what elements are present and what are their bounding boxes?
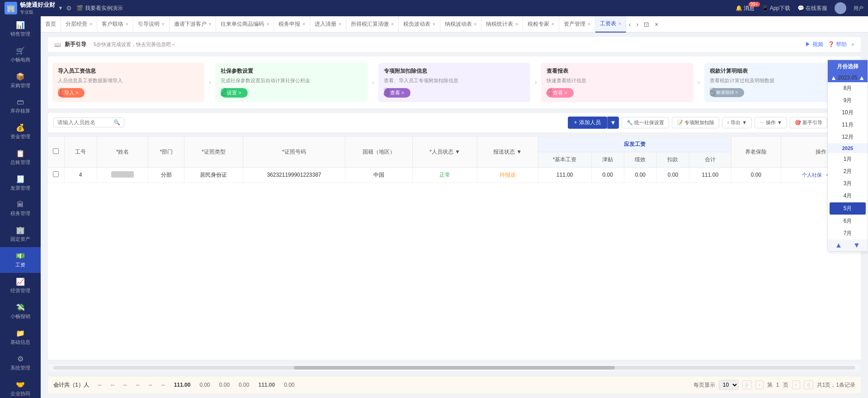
tab-tax-stat-close[interactable]: × [515, 22, 518, 27]
tab-tax-calc[interactable]: 所得税汇算清缴 × [346, 16, 399, 33]
sidebar-item-finance[interactable]: 💰 资金管理 [0, 119, 41, 145]
report-filter-icon[interactable]: ▼ [516, 149, 522, 155]
sidebar-item-collab[interactable]: 🤝 企业协同 [0, 376, 41, 398]
gear-icon[interactable]: ⚙ [66, 5, 72, 12]
month-1[interactable]: 1月 [828, 153, 868, 165]
scrollbar-thumb[interactable] [294, 366, 615, 370]
next-page-btn[interactable]: › [792, 380, 800, 389]
online-service-button[interactable]: 💬 在线客服 [797, 5, 827, 12]
guide-close-btn[interactable]: × [851, 42, 854, 48]
tab-tax-declare[interactable]: 税务申报 × [274, 16, 310, 33]
sidebar-item-system[interactable]: ⚙ 系统管理 [0, 350, 41, 376]
sidebar-item-ledger[interactable]: 📋 总账管理 [0, 145, 41, 170]
sidebar-item-basic[interactable]: 📁 基础信息 [0, 324, 41, 350]
action-btn[interactable]: ⋯ 操作 ▼ [755, 117, 787, 128]
th-id: 工号 [64, 137, 97, 168]
tab-product-code[interactable]: 往来单位商品编码 × [216, 16, 274, 33]
page-size-select[interactable]: 10 20 50 [719, 380, 739, 390]
personal-insurance-link[interactable]: 个人社保 [802, 172, 822, 178]
tab-tax-stat[interactable]: 纳税统计表 × [481, 16, 523, 33]
tab-asset-close[interactable]: × [588, 22, 590, 27]
tab-tax-declare-close[interactable]: × [302, 22, 305, 27]
guide-help-btn[interactable]: ❓ 帮助 [828, 41, 847, 48]
month-9[interactable]: 9月 [828, 94, 868, 107]
sidebar-item-tax[interactable]: 🏛 税务管理 [0, 196, 41, 221]
special-deduction-btn[interactable]: 📝 专项附加扣除 [672, 117, 719, 128]
sidebar-item-payroll[interactable]: 💵 工资 [0, 247, 41, 273]
sidebar-item-invoice[interactable]: 🧾 发票管理 [0, 170, 41, 196]
guide-book-icon: 📖 [54, 42, 61, 48]
sidebar-item-sales[interactable]: 📊 销售管理 [0, 16, 41, 42]
status-text: 正常 [439, 172, 450, 178]
month-down-btn[interactable]: ▲ [859, 74, 865, 81]
tab-guide-desc[interactable]: 引导说明 × [133, 16, 170, 33]
search-icon[interactable]: 🔍 [113, 119, 120, 126]
month-scroll-up-btn[interactable]: ▲ [835, 241, 842, 249]
new-guide-btn[interactable]: 🎯 新手引导 [790, 117, 827, 128]
tab-tax-wave[interactable]: 纳税波动表 × [440, 16, 482, 33]
tab-payroll-close[interactable]: × [618, 21, 621, 26]
last-page-btn[interactable]: ›| [804, 380, 813, 389]
tab-tax-expert[interactable]: 税检专家 × [523, 16, 559, 33]
sidebar-item-purchase[interactable]: 📦 采购管理 [0, 68, 41, 94]
tab-layered-close[interactable]: × [90, 22, 92, 27]
month-3[interactable]: 3月 [828, 178, 868, 190]
tab-payroll[interactable]: 工资表 × [595, 16, 626, 33]
tab-customer-close[interactable]: × [126, 22, 128, 27]
month-10[interactable]: 10月 [828, 107, 868, 119]
add-person-dropdown[interactable]: ▼ [607, 117, 619, 129]
first-page-btn[interactable]: |‹ [742, 380, 752, 389]
select-all-checkbox[interactable] [53, 148, 59, 154]
prev-page-btn[interactable]: ‹ [755, 380, 764, 389]
tab-home[interactable]: 首页 [41, 16, 61, 33]
tab-tax-expert-close[interactable]: × [552, 22, 554, 27]
sidebar-item-ecommerce[interactable]: 🛒 小畅电商 [0, 42, 41, 68]
tab-tax-wave-close[interactable]: × [474, 22, 477, 27]
search-input[interactable] [57, 119, 112, 126]
guide-video-btn[interactable]: ▶ 视频 [805, 41, 823, 48]
month-up-btn[interactable]: ▲ [830, 74, 837, 81]
tab-tax-fluctuation-close[interactable]: × [433, 22, 435, 27]
tab-menu-btn[interactable]: ⊡ [641, 21, 652, 28]
horizontal-scrollbar[interactable] [53, 366, 855, 370]
sidebar-item-inventory[interactable]: 🗃 库存核算 [0, 94, 41, 119]
row-checkbox-cell [48, 167, 64, 183]
row-checkbox[interactable] [53, 171, 59, 177]
tab-close-all-btn[interactable]: × [652, 21, 661, 28]
tab-prev-btn[interactable]: ‹ [626, 21, 634, 28]
user-avatar[interactable] [835, 2, 846, 14]
month-2[interactable]: 2月 [828, 165, 868, 178]
tab-layered-ops[interactable]: 分层经营 × [61, 16, 97, 33]
tab-tax-calc-close[interactable]: × [391, 22, 394, 27]
tab-customer[interactable]: 客户联络 × [97, 16, 133, 33]
tab-asset-mgmt[interactable]: 资产管理 × [559, 16, 595, 33]
sidebar-item-operations[interactable]: 📈 经营管理 [0, 273, 41, 299]
month-5[interactable]: 5月 [830, 202, 866, 215]
month-8[interactable]: 8月 [828, 82, 868, 94]
tab-guide-close[interactable]: × [162, 22, 165, 27]
month-scroll-down-btn[interactable]: ▼ [853, 241, 860, 249]
app-download-button[interactable]: 📱 App下载 [762, 5, 790, 12]
demo-button[interactable]: 🎬 我要看实例演示 [76, 5, 123, 12]
tab-invite[interactable]: 邀请下游客户 × [170, 16, 217, 33]
month-4[interactable]: 4月 [828, 190, 868, 202]
tab-product-code-close[interactable]: × [266, 22, 269, 27]
tab-next-btn[interactable]: › [633, 21, 641, 28]
tab-invite-close[interactable]: × [209, 22, 212, 27]
month-11[interactable]: 11月 [828, 119, 868, 131]
social-insurance-btn[interactable]: 🔧 统一社保设置 [622, 117, 669, 128]
sidebar-item-assets[interactable]: 🏢 固定资产 [0, 221, 41, 247]
tab-clearbook[interactable]: 进入清册 × [310, 16, 346, 33]
month-12[interactable]: 12月 [828, 131, 868, 143]
month-7[interactable]: 7月 [828, 227, 868, 239]
tab-clearbook-close[interactable]: × [339, 22, 341, 27]
dropdown-icon[interactable]: ▼ [58, 5, 63, 11]
tab-tax-fluctuation[interactable]: 税负波动表 × [399, 16, 440, 33]
export-btn[interactable]: ↑ 导出 ▼ [722, 117, 752, 128]
add-person-button[interactable]: + 添加人员 [568, 117, 607, 129]
month-6[interactable]: 6月 [828, 215, 868, 227]
sidebar-item-expense[interactable]: 💸 小畅报销 [0, 299, 41, 324]
status-filter-icon[interactable]: ▼ [455, 149, 460, 155]
home-tab-label: 首页 [45, 20, 56, 28]
message-button[interactable]: 🔔 消息 99+ [736, 5, 755, 12]
